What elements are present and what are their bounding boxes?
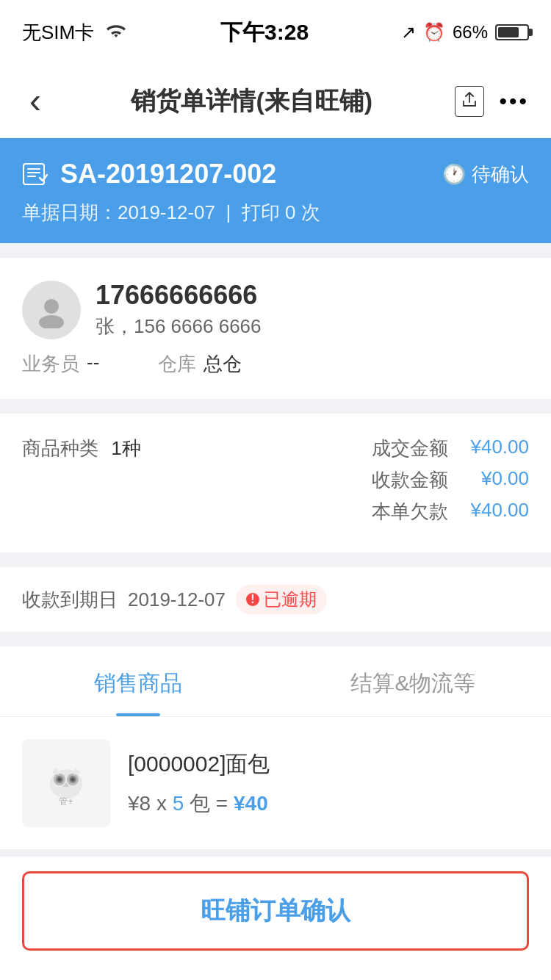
product-type-value: 1种 [111, 437, 140, 459]
equals-sign: = [216, 792, 234, 815]
location-icon: ↗ [401, 22, 416, 43]
share-button[interactable] [455, 86, 484, 117]
salesperson-item: 业务员 -- [22, 351, 99, 377]
print-count: 打印 0 次 [242, 201, 320, 223]
customer-header: 17666666666 张，156 6666 6666 [22, 280, 529, 339]
alarm-icon: ⏰ [423, 22, 445, 43]
status-right: ↗ ⏰ 66% [401, 22, 529, 43]
product-unit: 包 [190, 792, 210, 815]
due-date-value: 2019-12-07 [128, 588, 226, 611]
status-time: 下午3:28 [220, 18, 309, 48]
tab-settlement-logistics[interactable]: 结算&物流等 [276, 646, 551, 716]
more-button[interactable]: ••• [499, 89, 529, 114]
overdue-warning-icon: ! [246, 593, 259, 606]
received-row: 收款金额 ¥0.00 [372, 467, 529, 493]
svg-text:管+: 管+ [59, 796, 73, 807]
svg-point-2 [39, 315, 64, 328]
avatar [22, 281, 81, 339]
product-list: 管+ [0000002]面包 ¥8 x 5 包 = ¥40 [0, 717, 551, 850]
overdue-badge: ! 已逾期 [236, 585, 327, 614]
due-date-label: 收款到期日 [22, 587, 118, 613]
status-left: 无SIM卡 [22, 20, 128, 46]
product-item: 管+ [0000002]面包 ¥8 x 5 包 = ¥40 [0, 717, 551, 850]
status-bar: 无SIM卡 下午3:28 ↗ ⏰ 66% [0, 0, 551, 65]
received-value: ¥0.00 [481, 467, 529, 493]
order-header-card: SA-20191207-002 🕐 待确认 单据日期：2019-12-07 | … [0, 138, 551, 243]
product-qty: 5 [173, 792, 184, 815]
order-date: 单据日期：2019-12-07 [22, 201, 215, 223]
order-meta: 单据日期：2019-12-07 | 打印 0 次 [22, 200, 529, 226]
back-button[interactable] [22, 76, 48, 126]
due-value: ¥40.00 [470, 499, 529, 525]
transaction-row: 成交金额 ¥40.00 [372, 436, 529, 461]
received-label: 收款金额 [372, 467, 448, 493]
warehouse-item: 仓库 总仓 [158, 351, 242, 377]
order-header-top: SA-20191207-002 🕐 待确认 [22, 159, 529, 190]
transaction-label: 成交金额 [372, 436, 448, 461]
customer-card: 17666666666 张，156 6666 6666 业务员 -- 仓库 总仓 [0, 258, 551, 399]
order-status: 🕐 待确认 [442, 162, 529, 187]
svg-rect-0 [24, 164, 44, 184]
warehouse-value: 总仓 [204, 351, 242, 377]
due-section: 收款到期日 2019-12-07 ! 已逾期 [0, 567, 551, 632]
nav-actions: ••• [455, 86, 529, 117]
product-total: ¥40 [234, 792, 268, 815]
order-doc-icon [22, 163, 50, 185]
customer-meta: 业务员 -- 仓库 总仓 [22, 351, 529, 377]
svg-point-9 [71, 778, 75, 782]
salesperson-value: -- [87, 351, 99, 377]
salesperson-label: 业务员 [22, 351, 79, 377]
amount-summary: 成交金额 ¥40.00 收款金额 ¥0.00 本单欠款 ¥40.00 [372, 436, 529, 530]
status-text: 待确认 [472, 162, 529, 187]
product-summary: 商品种类 1种 [22, 436, 141, 461]
customer-phone: 17666666666 [96, 280, 262, 311]
product-info: [0000002]面包 ¥8 x 5 包 = ¥40 [128, 749, 529, 818]
order-id: SA-20191207-002 [22, 159, 276, 190]
tabs-header: 销售商品 结算&物流等 [0, 646, 551, 717]
nav-title: 销货单详情(来自旺铺) [131, 84, 372, 118]
summary-section: 商品种类 1种 成交金额 ¥40.00 收款金额 ¥0.00 本单欠款 ¥40.… [0, 414, 551, 552]
wifi-icon [104, 24, 128, 40]
product-name: [0000002]面包 [128, 749, 529, 779]
transaction-value: ¥40.00 [470, 436, 529, 461]
battery-icon [495, 24, 529, 40]
multiply-sign: x [156, 792, 173, 815]
product-type-label: 商品种类 [22, 437, 98, 459]
product-code: [0000002] [128, 752, 226, 776]
product-price-line: ¥8 x 5 包 = ¥40 [128, 790, 529, 818]
svg-point-8 [58, 778, 62, 782]
confirm-order-button[interactable]: 旺铺订单确认 [22, 871, 529, 951]
tabs-section: 销售商品 结算&物流等 [0, 646, 551, 850]
carrier-text: 无SIM卡 [22, 20, 94, 46]
price-unit: ¥8 [128, 792, 151, 815]
clock-icon: 🕐 [442, 163, 466, 186]
due-label: 本单欠款 [372, 499, 448, 525]
tab-sales-products[interactable]: 销售商品 [0, 646, 276, 716]
warehouse-label: 仓库 [158, 351, 196, 377]
svg-point-1 [44, 299, 59, 314]
product-image: 管+ [22, 739, 110, 827]
customer-name: 张，156 6666 6666 [96, 314, 262, 339]
bottom-bar: 旺铺订单确认 [0, 857, 551, 980]
customer-info: 17666666666 张，156 6666 6666 [96, 280, 262, 339]
nav-bar: 销货单详情(来自旺铺) ••• [0, 65, 551, 138]
battery-percent: 66% [453, 22, 488, 43]
overdue-text: 已逾期 [264, 588, 317, 611]
due-row: 本单欠款 ¥40.00 [372, 499, 529, 525]
